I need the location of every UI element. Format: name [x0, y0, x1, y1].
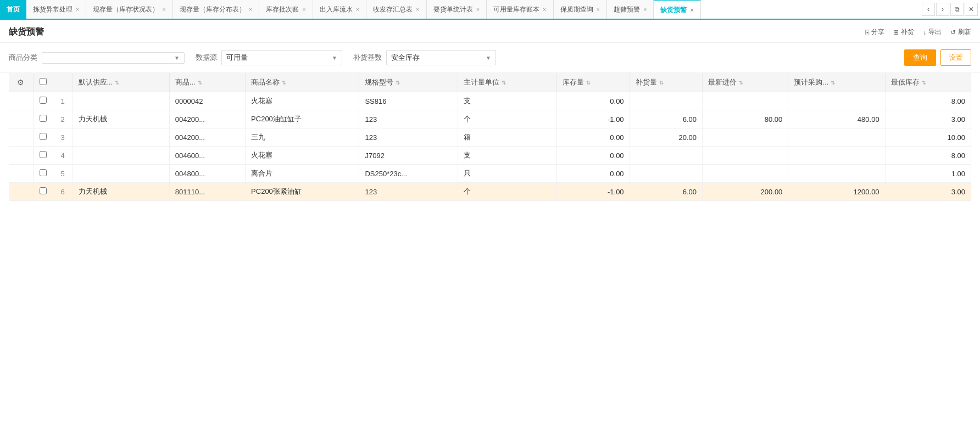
- row-checkbox-3[interactable]: [40, 151, 47, 158]
- th-settings[interactable]: ⚙: [9, 73, 33, 92]
- td-rownum-2: 3: [53, 128, 73, 147]
- th-product-code[interactable]: 商品...⇅: [169, 73, 245, 92]
- th-estimated-purchase[interactable]: 预计采购...⇅: [788, 73, 885, 92]
- replenish-basis-label: 补货基数: [353, 53, 382, 63]
- th-unit[interactable]: 主计量单位⇅: [458, 73, 556, 92]
- table-row: 1 0000042 火花塞 SS816 支 0.00 8.00: [9, 92, 971, 110]
- tab-close-icon[interactable]: ×: [597, 6, 600, 13]
- td-stock-0: 0.00: [557, 92, 630, 110]
- td-min-stock-1: 3.00: [885, 110, 971, 128]
- column-settings-icon: ⚙: [17, 78, 24, 87]
- row-checkbox-2[interactable]: [40, 133, 47, 140]
- td-replenish-5: 6.00: [630, 183, 702, 201]
- td-est-purchase-2: [788, 128, 885, 147]
- share-button[interactable]: ⎘ 分享: [865, 27, 884, 37]
- tab-close-icon[interactable]: ×: [162, 6, 165, 13]
- export-icon: ↓: [923, 29, 926, 36]
- tab-label: 收发存汇总表: [373, 5, 413, 14]
- tab-close-icon[interactable]: ×: [356, 6, 359, 13]
- refresh-button[interactable]: ↺ 刷新: [950, 27, 971, 37]
- th-replenish[interactable]: 补货量⇅: [630, 73, 702, 92]
- th-stock[interactable]: 库存量⇅: [557, 73, 630, 92]
- th-latest-price-label: 最新进价: [708, 77, 737, 87]
- td-checkbox-5[interactable]: [33, 183, 53, 201]
- category-filter-group: 商品分类 ▼: [9, 52, 185, 64]
- tab-close-icon[interactable]: ×: [416, 6, 419, 13]
- select-all-checkbox[interactable]: [40, 78, 47, 85]
- tab-close-icon[interactable]: ×: [249, 6, 252, 13]
- tab-shoudacun[interactable]: 收发存汇总表×: [366, 0, 426, 19]
- td-min-stock-3: 8.00: [885, 147, 971, 165]
- tab-kucunpici[interactable]: 库存批次账×: [259, 0, 313, 19]
- tab-close-icon[interactable]: ×: [690, 7, 693, 13]
- tab-close-icon[interactable]: ×: [643, 6, 647, 13]
- td-replenish-4: [630, 165, 702, 183]
- tab-close-icon[interactable]: ×: [543, 6, 546, 13]
- td-replenish-2: 20.00: [630, 128, 702, 147]
- tab-label: 可用量库存账本: [493, 5, 539, 14]
- table-row: 5 004800... 离合片 DS250*23c... 只 0.00 1.00: [9, 165, 971, 183]
- category-select[interactable]: ▼: [42, 52, 185, 64]
- row-checkbox-5[interactable]: [40, 187, 47, 194]
- td-unit-2: 箱: [458, 128, 556, 147]
- tab-nav-buttons: ‹ › ⧉ ✕: [922, 3, 980, 16]
- td-checkbox-1[interactable]: [33, 110, 53, 128]
- th-spec[interactable]: 规格型号⇅: [359, 73, 458, 92]
- tab-close-icon[interactable]: ×: [302, 6, 305, 13]
- th-default-supplier[interactable]: 默认供应...⇅: [73, 73, 169, 92]
- th-stock-label: 库存量: [563, 77, 584, 87]
- tab-yaohuodanjishu[interactable]: 要货单统计表×: [427, 0, 487, 19]
- replenish-button[interactable]: ⊞ 补货: [893, 27, 914, 37]
- tab-home[interactable]: 首页: [0, 0, 26, 19]
- tab-keyongliang[interactable]: 可用量库存账本×: [487, 0, 553, 19]
- page-header: 缺货预警 ⎘ 分享 ⊞ 补货 ↓ 导出 ↺ 刷新: [0, 20, 980, 43]
- th-product-code-label: 商品...: [175, 77, 196, 87]
- row-checkbox-0[interactable]: [40, 97, 47, 104]
- tab-next-button[interactable]: ›: [936, 3, 949, 16]
- page-title: 缺货预警: [9, 26, 44, 38]
- export-button[interactable]: ↓ 导出: [923, 27, 942, 37]
- tab-window-button[interactable]: ⧉: [950, 3, 964, 16]
- tab-quehuo[interactable]: 缺货预警×: [654, 0, 700, 19]
- td-checkbox-4[interactable]: [33, 165, 53, 183]
- td-checkbox-0[interactable]: [33, 92, 53, 110]
- tab-close-icon[interactable]: ×: [76, 6, 79, 13]
- sort-icon-unit: ⇅: [502, 80, 506, 86]
- tab-baozhanqi[interactable]: 保质期查询×: [554, 0, 607, 19]
- th-min-stock[interactable]: 最低库存⇅: [885, 73, 971, 92]
- tab-close-button[interactable]: ✕: [965, 3, 978, 16]
- query-button[interactable]: 查询: [904, 49, 936, 66]
- row-checkbox-1[interactable]: [40, 115, 47, 122]
- filter-actions: 查询 设置: [904, 49, 971, 66]
- refresh-icon: ↺: [950, 29, 956, 36]
- row-checkbox-4[interactable]: [40, 169, 47, 176]
- tab-close-icon[interactable]: ×: [476, 6, 480, 13]
- tab-xianzunliang1[interactable]: 现存量（库存状况表）×: [86, 0, 172, 19]
- table-header-row: ⚙ 默认供应...⇅ 商品...⇅ 商品名称⇅: [9, 73, 971, 92]
- replenish-basis-select[interactable]: 安全库存 ▼: [386, 50, 496, 65]
- td-spec-1: 123: [359, 110, 458, 128]
- tab-xianzunliang2[interactable]: 现存量（库存分布表）×: [173, 0, 259, 19]
- th-product-name[interactable]: 商品名称⇅: [246, 73, 359, 92]
- td-rownum-0: 1: [53, 92, 73, 110]
- datasource-select-value: 可用量: [226, 53, 248, 63]
- td-checkbox-2[interactable]: [33, 128, 53, 147]
- tab-chaochuyujing[interactable]: 超储预警×: [607, 0, 654, 19]
- table-row: 2 力天机械 004200... PC200油缸缸子 123 个 -1.00 6…: [9, 110, 971, 128]
- th-rownum: [53, 73, 73, 92]
- td-settings-3: [9, 147, 33, 165]
- td-checkbox-3[interactable]: [33, 147, 53, 165]
- th-latest-price[interactable]: 最新进价⇅: [703, 73, 788, 92]
- tab-churuliu[interactable]: 出入库流水×: [313, 0, 366, 19]
- td-supplier-3: [73, 147, 169, 165]
- datasource-select[interactable]: 可用量 ▼: [221, 50, 342, 65]
- td-name-2: 三九: [246, 128, 359, 147]
- table-row: 3 004200... 三九 123 箱 0.00 20.00 10.00: [9, 128, 971, 147]
- table-body: 1 0000042 火花塞 SS816 支 0.00 8.00 2 力天机械 0…: [9, 92, 971, 201]
- settings-button[interactable]: 设置: [940, 49, 971, 66]
- tab-prev-button[interactable]: ‹: [922, 3, 935, 16]
- th-checkbox[interactable]: [33, 73, 53, 92]
- th-product-name-label: 商品名称: [251, 77, 280, 87]
- tab-lianhuoyichang[interactable]: 拣货异常处理×: [26, 0, 86, 19]
- td-code-0: 0000042: [169, 92, 245, 110]
